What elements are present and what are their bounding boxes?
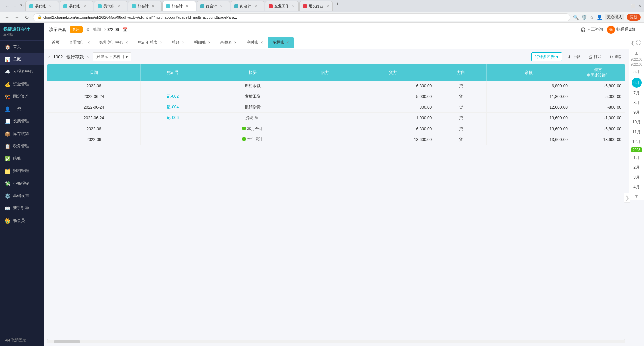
sidebar-item-inventory[interactable]: 📦 库存核算 (0, 128, 44, 140)
sidebar-item-invoice[interactable]: 🧾 发票管理 (0, 115, 44, 128)
tab-balance-close[interactable]: ✕ (234, 41, 237, 44)
close-window-icon[interactable]: ✕ (638, 4, 641, 8)
tab-voucher-view[interactable]: 查看凭证 ✕ (64, 37, 95, 48)
month-item-may[interactable]: 5月 (629, 67, 644, 77)
sidebar-item-expense[interactable]: 💸 小畅报销 (0, 177, 44, 190)
bookmark-icon[interactable]: ☆ (590, 15, 594, 20)
sidebar-pin-toggle[interactable]: ◀◀ 取消固定 (0, 334, 44, 346)
browser-tab-3[interactable]: 易代账 ✕ (94, 1, 127, 11)
browser-tab-5[interactable]: 好会计 ✕ (162, 1, 196, 11)
back-button[interactable]: ← (3, 15, 11, 20)
refresh-button[interactable]: ↻ 刷新 (607, 53, 625, 61)
browser-tab-1[interactable]: 易代账 ✕ (25, 1, 59, 11)
tab-voucher-view-close[interactable]: ✕ (87, 41, 90, 44)
print-button[interactable]: 🖨 打印 (586, 53, 604, 61)
month-scroll-down[interactable]: ▼ (633, 192, 640, 200)
tab-close-9[interactable]: ✕ (326, 4, 329, 8)
sidebar-item-cloud-report[interactable]: ☁️ 云报表中心 (0, 65, 44, 78)
sidebar-item-close-account[interactable]: ✅ 结账 (0, 152, 44, 165)
tab-home[interactable]: 首页 (47, 37, 64, 48)
tab-multi-column[interactable]: 多栏账 ✕ (268, 37, 294, 48)
tab-close-7[interactable]: ✕ (254, 4, 257, 8)
special-ledger-button[interactable]: 特殊多栏账 ▾ (531, 52, 562, 61)
download-button[interactable]: ⬇ 下载 (565, 53, 583, 61)
reload-icon[interactable]: ↻ (20, 3, 24, 9)
tab-general-ledger[interactable]: 总账 ✕ (167, 37, 189, 48)
month-item-september[interactable]: 9月 (629, 108, 644, 117)
browser-tab-4[interactable]: 好会计 ✕ (128, 1, 162, 11)
tab-voucher-summary[interactable]: 凭证汇总表 ✕ (133, 37, 167, 48)
tab-close-1[interactable]: ✕ (49, 4, 52, 8)
month-item-october[interactable]: 10月 (629, 117, 644, 127)
back-icon[interactable]: ← (5, 3, 10, 9)
forward-button[interactable]: → (13, 15, 21, 20)
browser-tab-6[interactable]: 好会计 ✕ (197, 1, 230, 11)
sidebar-item-ledger[interactable]: 📊 总账 (0, 53, 44, 65)
tab-multi-column-close[interactable]: ✕ (286, 41, 289, 44)
prev-account-button[interactable]: ‹ (47, 54, 51, 60)
month-item-december[interactable]: 12月 (629, 137, 644, 147)
month-scroll-up[interactable]: ▲ (633, 49, 640, 57)
tab-close-4[interactable]: ✕ (152, 4, 154, 8)
sidebar-item-archive[interactable]: 🗂️ 归档管理 (0, 165, 44, 177)
show-sub-accounts-button[interactable]: 只显示下级科目 ▾ (93, 52, 131, 61)
tab-general-ledger-close[interactable]: ✕ (182, 41, 184, 44)
next-account-button[interactable]: › (86, 54, 90, 60)
company-settings-icon[interactable]: ⚙ (86, 27, 90, 32)
voucher-link-002[interactable]: 记-002 (167, 94, 179, 99)
tab-balance[interactable]: 余额表 ✕ (215, 37, 241, 48)
month-item-june-active[interactable]: 6月 (632, 78, 642, 88)
month-item-apr-2023[interactable]: 4月 (629, 182, 644, 192)
tab-detail-ledger-close[interactable]: ✕ (208, 41, 211, 44)
expand-panel-icon[interactable]: ⛶ (636, 40, 641, 45)
voucher-link-006[interactable]: 记-006 (167, 115, 179, 120)
sidebar-item-home[interactable]: 🏠 首页 (0, 41, 44, 53)
maximize-icon[interactable]: ⬜ (630, 4, 635, 8)
tab-close-6[interactable]: ✕ (220, 4, 223, 8)
demo-badge[interactable]: 禁用 (70, 26, 83, 33)
service-button[interactable]: 🎧 人工咨询 (581, 27, 603, 32)
silent-mode-label[interactable]: 无痕模式 (605, 14, 624, 20)
tab-sequential-close[interactable]: ✕ (260, 41, 263, 44)
collapse-tabs-icon[interactable]: ❮ (631, 40, 635, 45)
forward-icon[interactable]: → (13, 3, 17, 9)
profile-icon[interactable]: 👤 (597, 15, 602, 20)
sidebar-item-salary[interactable]: 👤 工资 (0, 103, 44, 115)
tab-smart-voucher-close[interactable]: ✕ (125, 41, 128, 44)
panel-collapse-icon[interactable]: ❯ (624, 193, 630, 202)
tab-voucher-summary-close[interactable]: ✕ (160, 41, 162, 44)
month-item-mar-2023[interactable]: 3月 (629, 172, 644, 182)
tab-detail-ledger[interactable]: 明细账 ✕ (189, 37, 215, 48)
search-icon[interactable]: 🔍 (573, 15, 579, 20)
tab-close-8[interactable]: ✕ (292, 4, 295, 8)
sidebar-item-funds[interactable]: 💰 资金管理 (0, 78, 44, 90)
url-bar[interactable]: 🔒 cloud2.chanjet.com/accounting/uh26t264… (33, 13, 570, 21)
sidebar-item-tax[interactable]: 📋 税务管理 (0, 140, 44, 152)
sidebar-item-vip[interactable]: 👑 畅会员 (0, 214, 44, 227)
scrollbar-thumb[interactable] (54, 340, 80, 343)
tab-close-5[interactable]: ✕ (186, 4, 189, 8)
tab-close-2[interactable]: ✕ (83, 4, 86, 8)
calendar-icon[interactable]: 📅 (122, 27, 127, 32)
browser-nav-controls[interactable]: ← → ↻ (5, 3, 24, 9)
sidebar-item-fixed-assets[interactable]: 🏗️ 固定资产 (0, 90, 44, 103)
sidebar-item-settings[interactable]: ⚙️ 基础设置 (0, 190, 44, 202)
month-item-feb-2023[interactable]: 2月 (629, 163, 644, 172)
browser-tab-7[interactable]: 好会计 ✕ (231, 1, 264, 11)
month-item-jan-2023[interactable]: 1月 (629, 153, 644, 163)
user-info[interactable]: 畅 畅通通B组... (607, 26, 639, 34)
reload-button[interactable]: ↻ (23, 15, 30, 20)
month-item-august[interactable]: 8月 (629, 98, 644, 108)
month-item-july[interactable]: 7月 (629, 88, 644, 98)
new-tab-button[interactable]: + (333, 1, 342, 11)
browser-tab-9[interactable]: 用友好业 ✕ (299, 1, 333, 11)
extension-icon[interactable]: 🛡️ (581, 15, 587, 20)
browser-tab-8[interactable]: 企业工作 ✕ (265, 1, 299, 11)
tab-smart-voucher[interactable]: 智能凭证中心 ✕ (95, 37, 133, 48)
voucher-link-004[interactable]: 记-004 (167, 105, 179, 109)
tab-close-3[interactable]: ✕ (117, 4, 120, 8)
horizontal-scrollbar[interactable] (47, 340, 625, 343)
minimize-icon[interactable]: — (624, 4, 628, 8)
browser-tab-2[interactable]: 易代账 ✕ (60, 1, 93, 11)
month-item-november[interactable]: 11月 (629, 127, 644, 137)
